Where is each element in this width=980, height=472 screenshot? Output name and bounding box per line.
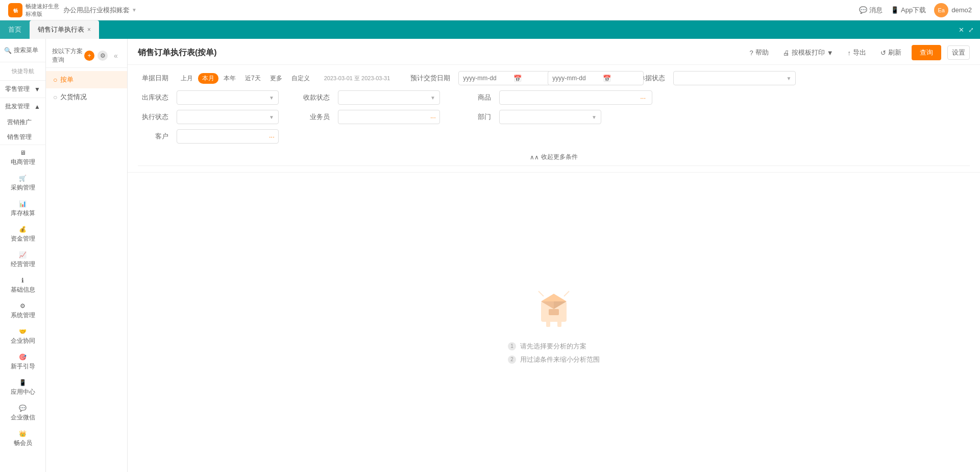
info-icon: ℹ	[21, 277, 24, 284]
salesperson-input[interactable]	[342, 113, 428, 121]
svg-rect-8	[557, 321, 561, 327]
print-chevron-icon: ▼	[827, 49, 834, 57]
sidebar-item-enterprise-wechat[interactable]: 💬 企业微信	[0, 400, 45, 426]
empty-text-area: 1 请先选择要分析的方案 2 用过滤条件来缩小分析范围	[508, 342, 600, 364]
purchase-icon: 🛒	[19, 175, 27, 182]
main-layout: 🔍 搜索菜单 快捷导航 零售管理 ▼ 批发管理 ▲ 营销推广 销售管理 🖥 电商…	[0, 39, 980, 472]
expected-delivery-end-input[interactable]	[548, 71, 644, 85]
ecommerce-icon: 🖥	[20, 149, 26, 156]
left-panel-icons: + ⚙ «	[84, 51, 121, 61]
collapse-up-icon: ∧∧	[530, 154, 539, 161]
department-dropdown[interactable]: ▼	[499, 110, 601, 124]
app-download-button[interactable]: 📱 App下载	[891, 6, 926, 15]
sidebar-item-app-center[interactable]: 📱 应用中心	[0, 375, 45, 400]
order-status-dropdown[interactable]: ▼	[673, 71, 796, 85]
export-icon: ↑	[848, 49, 851, 57]
content-area: 按以下方案查询 + ⚙ « ○ 按单 ○ 欠货情况	[46, 39, 980, 472]
salesperson-input-area[interactable]: ···	[338, 110, 440, 124]
filter-row-3: 执行状态 ▼ 业务员 ··· 部门 ▼	[138, 110, 970, 124]
sidebar-item-inventory[interactable]: 📊 库存核算	[0, 196, 45, 222]
header-left: 畅 畅捷速好生意 标准版 办公用品行业模拟账套 ▼	[8, 3, 137, 17]
page-header: 销售订单执行表(按单) ? 帮助 🖨 按模板打印 ▼ ↑	[128, 39, 980, 65]
close-window-icon[interactable]: ✕	[959, 26, 964, 34]
date-btn-7days[interactable]: 近7天	[241, 73, 265, 84]
sidebar-item-basic-info[interactable]: ℹ 基础信息	[0, 273, 45, 298]
sidebar-item-operations[interactable]: 📈 经营管理	[0, 247, 45, 273]
sidebar-subitem-marketing[interactable]: 营销推广	[0, 115, 45, 130]
sidebar-item-enterprise-collab[interactable]: 🤝 企业协同	[0, 324, 45, 349]
sidebar-nav-section: 快捷导航	[0, 62, 45, 81]
exec-arrow-icon: ▼	[269, 114, 274, 120]
query-button[interactable]: 查询	[912, 45, 941, 60]
customer-more-icon[interactable]: ···	[267, 133, 277, 140]
sidebar-item-wholesale[interactable]: 批发管理 ▲ 营销推广 销售管理	[0, 98, 45, 145]
payment-status-dropdown[interactable]: ▼	[338, 90, 440, 105]
refresh-button[interactable]: ↺ 刷新	[876, 46, 905, 59]
user-area[interactable]: Ea demo2	[934, 3, 972, 17]
filter-area: 单据日期 上月 本月 本年 近7天 更多 自定义 2023-03-01 至 20…	[128, 65, 980, 173]
tab-close-icon[interactable]: ×	[87, 26, 91, 33]
date-btn-this-month[interactable]: 本月	[198, 73, 218, 84]
scheme-item-shortage[interactable]: ○ 欠货情况	[46, 88, 127, 106]
sidebar-item-ecommerce[interactable]: 🖥 电商管理	[0, 145, 45, 171]
collapse-panel-button[interactable]: «	[111, 51, 121, 61]
finance-icon: 💰	[19, 226, 27, 233]
help-button[interactable]: ? 帮助	[745, 46, 772, 59]
sidebar-item-finance[interactable]: 💰 资金管理	[0, 222, 45, 247]
empty-step-1: 1 请先选择要分析的方案	[508, 342, 600, 351]
breadcrumb[interactable]: 办公用品行业模拟账套 ▼	[63, 6, 137, 15]
sidebar-item-member[interactable]: 👑 畅会员	[0, 426, 45, 452]
payment-status-label: 收款状态	[299, 93, 330, 102]
tab-sales-order[interactable]: 销售订单执行表 ×	[30, 20, 99, 39]
template-print-button[interactable]: 🖨 按模板打印 ▼	[779, 46, 838, 59]
customer-input[interactable]	[181, 133, 267, 140]
date-buttons: 上月 本月 本年 近7天 更多 自定义	[177, 73, 314, 84]
goods-input[interactable]	[504, 94, 638, 102]
tab-home[interactable]: 首页	[0, 20, 30, 39]
maximize-icon[interactable]: ⤢	[968, 26, 974, 34]
export-button[interactable]: ↑ 导出	[844, 46, 871, 59]
sidebar-item-retail[interactable]: 零售管理 ▼	[0, 81, 45, 98]
left-panel: 按以下方案查询 + ⚙ « ○ 按单 ○ 欠货情况	[46, 39, 128, 472]
date-btn-this-year[interactable]: 本年	[219, 73, 240, 84]
outbound-status-dropdown[interactable]: ▼	[177, 90, 279, 105]
collapse-filters-button[interactable]: ∧∧ 收起更多条件	[530, 153, 578, 161]
settings-button[interactable]: 设置	[947, 45, 970, 60]
message-button[interactable]: 💬 消息	[859, 6, 883, 15]
date-btn-last-month[interactable]: 上月	[177, 73, 197, 84]
date-btn-custom[interactable]: 自定义	[287, 73, 314, 84]
sidebar-subitem-sales[interactable]: 销售管理	[0, 130, 45, 145]
logo-icon: 畅	[8, 3, 22, 17]
outbound-arrow-icon: ▼	[269, 95, 274, 101]
goods-input-area[interactable]: ···	[499, 90, 652, 105]
chevron-up-icon: ▲	[34, 103, 40, 110]
filter-row-2: 出库状态 ▼ 收款状态 ▼ 商品 ···	[138, 90, 970, 105]
sidebar-item-system[interactable]: ⚙ 系统管理	[0, 298, 45, 324]
salesperson-more-icon[interactable]: ···	[428, 113, 438, 121]
status-dropdown-arrow-icon: ▼	[786, 76, 791, 81]
header-right: 💬 消息 📱 App下载 Ea demo2	[859, 3, 972, 17]
sidebar-item-new-user[interactable]: 🎯 新手引导	[0, 349, 45, 375]
wechat-icon: 💬	[19, 405, 27, 412]
exec-status-dropdown[interactable]: ▼	[177, 110, 279, 124]
add-scheme-button[interactable]: +	[84, 51, 94, 61]
operations-icon: 📈	[19, 251, 27, 258]
date-btn-more[interactable]: 更多	[266, 73, 286, 84]
outbound-status-label: 出库状态	[138, 93, 168, 102]
search-menu-button[interactable]: 🔍 搜索菜单	[4, 44, 41, 57]
dept-arrow-icon: ▼	[592, 114, 597, 120]
svg-line-9	[538, 291, 544, 296]
date-label: 单据日期	[138, 74, 168, 83]
message-icon: 💬	[859, 6, 867, 14]
svg-marker-3	[541, 294, 567, 301]
empty-illustration	[528, 281, 579, 334]
expected-delivery-start-input[interactable]	[458, 71, 554, 85]
avatar: Ea	[934, 3, 948, 17]
logo-text: 畅捷速好生意 标准版	[26, 3, 59, 17]
expected-delivery-start-wrapper: 📅	[458, 71, 525, 85]
settings-scheme-button[interactable]: ⚙	[97, 51, 108, 61]
sidebar-item-purchase[interactable]: 🛒 采购管理	[0, 171, 45, 196]
scheme-item-by-order[interactable]: ○ 按单	[46, 71, 127, 88]
goods-more-icon[interactable]: ···	[638, 94, 648, 102]
customer-input-area[interactable]: ···	[177, 129, 279, 144]
